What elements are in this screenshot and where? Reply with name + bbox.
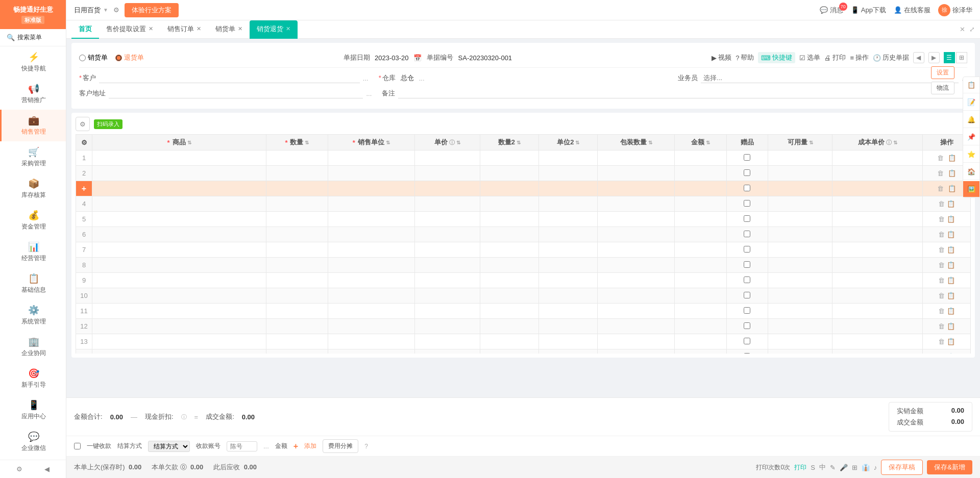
gift-checkbox[interactable]	[744, 292, 750, 298]
copy-icon[interactable]: 📋	[947, 276, 955, 284]
unit2-sort-icon[interactable]: ⇅	[575, 140, 579, 145]
gift-checkbox[interactable]	[744, 215, 750, 222]
qty2-sort-icon[interactable]: ⇅	[517, 140, 521, 145]
prev-record-btn[interactable]: ◀	[913, 52, 924, 63]
tab-expand-icon[interactable]: ⤢	[969, 26, 975, 33]
rfp-btn-6[interactable]: 🏠	[963, 164, 979, 180]
delete-icon[interactable]: 🗑	[938, 322, 945, 330]
add-payment-label[interactable]: 添加	[304, 442, 316, 450]
gift-checkbox[interactable]	[744, 154, 750, 161]
copy-icon[interactable]: 📋	[947, 338, 955, 345]
gift-checkbox[interactable]	[744, 276, 750, 283]
gift-checkbox-active[interactable]	[744, 185, 750, 191]
tab-close-icon[interactable]: ✕	[238, 26, 242, 32]
delete-icon[interactable]: 🗑	[938, 292, 945, 299]
select-tool[interactable]: ☑ 选单	[799, 53, 820, 62]
available-sort-icon[interactable]: ⇅	[809, 140, 813, 145]
rfp-btn-3[interactable]: 🔔	[963, 112, 979, 128]
gift-checkbox[interactable]	[744, 261, 750, 268]
sidebar-settings-icon[interactable]: ⚙	[16, 465, 22, 473]
available-cell[interactable]	[768, 150, 832, 166]
product-sort-icon[interactable]: ⇅	[187, 140, 191, 145]
pack-cell[interactable]	[598, 150, 675, 166]
cost-sort-icon[interactable]: ⇅	[893, 140, 897, 145]
cost-info-icon[interactable]: ⓘ	[886, 139, 892, 146]
copy-icon[interactable]: 📋	[947, 200, 955, 208]
qty2-cell[interactable]	[480, 150, 538, 166]
tab-home[interactable]: 首页	[71, 20, 99, 39]
sidebar-item-finance[interactable]: 💰 资金管理	[0, 205, 66, 236]
delete-icon[interactable]: 🗑	[937, 169, 944, 177]
rfp-btn-7[interactable]: 🖼️	[963, 181, 979, 197]
user-section[interactable]: 徐 徐泽华	[938, 4, 972, 16]
form-settings-btn[interactable]: 设置	[931, 66, 954, 79]
copy-icon[interactable]: 📋	[948, 154, 956, 162]
delete-icon[interactable]: 🗑	[938, 200, 945, 208]
copy-icon[interactable]: 📋	[947, 307, 955, 315]
message-section[interactable]: 💬 70 消息	[820, 6, 843, 15]
radio-return-input[interactable]	[115, 55, 122, 61]
unit-cell[interactable]	[328, 150, 414, 166]
sidebar-item-app-center[interactable]: 📱 应用中心	[0, 394, 66, 426]
sidebar-item-basic-info[interactable]: 📋 基础信息	[0, 268, 66, 299]
trial-btn[interactable]: 体验行业方案	[125, 3, 179, 17]
product-input-active[interactable]	[95, 185, 263, 192]
radio-return[interactable]: 退货单	[115, 53, 144, 62]
sidebar-item-beginner[interactable]: 🎯 新手引导	[0, 363, 66, 394]
daily-selector[interactable]: 日用百货 ▼	[74, 6, 108, 15]
video-tool[interactable]: ▶ 视频	[712, 53, 731, 62]
one-click-pay-checkbox[interactable]	[74, 443, 81, 449]
customer-input[interactable]	[99, 73, 360, 83]
gift-checkbox[interactable]	[744, 338, 750, 344]
cost-cell[interactable]	[832, 150, 923, 166]
tab-close-icon[interactable]: ✕	[197, 26, 201, 32]
product-cell[interactable]	[92, 150, 266, 166]
gift-checkbox[interactable]	[744, 322, 750, 329]
sidebar-item-sales-mgmt[interactable]: 💼 销售管理	[0, 110, 66, 141]
settlement-select[interactable]: 结算方式	[148, 441, 190, 452]
sidebar-search[interactable]: 🔍 搜索菜单	[0, 29, 66, 46]
table-settings-btn[interactable]: ⚙	[76, 117, 90, 131]
qty-cell[interactable]	[266, 150, 328, 166]
help-tool[interactable]: ? 帮助	[736, 53, 754, 62]
shortcut-tool[interactable]: ⌨ 快捷键	[758, 52, 795, 63]
tab-close-icon[interactable]: ✕	[286, 26, 290, 32]
unit2-cell[interactable]	[539, 150, 598, 166]
tab-close-all-icon[interactable]: ✕	[960, 26, 965, 33]
sidebar-item-quick-nav[interactable]: ⚡ 快捷导航	[0, 46, 66, 78]
gift-checkbox[interactable]	[744, 231, 750, 237]
unit-price-info-icon[interactable]: ⓘ	[449, 139, 455, 146]
copy-icon[interactable]: 📋	[947, 292, 955, 299]
pack-sort-icon[interactable]: ⇅	[648, 140, 652, 145]
save-draft-btn[interactable]: 保存草稿	[881, 460, 923, 475]
account-dots[interactable]: ...	[263, 442, 269, 450]
delete-icon[interactable]: 🗑	[938, 353, 945, 354]
tab-sale-order[interactable]: 销售订单 ✕	[160, 20, 208, 39]
sidebar-item-enterprise-wechat[interactable]: 💬 企业微信	[0, 426, 66, 458]
sidebar-item-marketing[interactable]: 📢 营销推广	[0, 78, 66, 110]
radio-sale-input[interactable]	[79, 55, 86, 61]
delete-icon[interactable]: 🗑	[937, 154, 944, 162]
delete-icon[interactable]: 🗑	[938, 246, 945, 254]
customer-dots[interactable]: ...	[363, 74, 369, 82]
tab-close-icon[interactable]: ✕	[149, 26, 153, 32]
copy-icon[interactable]: 📋	[947, 215, 955, 223]
copy-icon[interactable]: 📋	[947, 231, 955, 238]
table-view-btn[interactable]: ☰	[944, 52, 955, 63]
logistics-btn[interactable]: 物流	[931, 82, 954, 94]
fee-help-icon[interactable]: ?	[364, 443, 368, 450]
delete-icon[interactable]: 🗑	[937, 185, 944, 192]
cash-discount-info[interactable]: ⓘ	[181, 413, 187, 421]
fee-split-btn[interactable]: 费用分摊	[323, 439, 358, 453]
print-btn[interactable]: 打印	[794, 463, 806, 472]
gift-checkbox[interactable]	[744, 246, 750, 253]
qty-sort-icon[interactable]: ⇅	[305, 140, 309, 145]
delete-icon[interactable]: 🗑	[938, 261, 945, 269]
gift-checkbox[interactable]	[744, 353, 750, 354]
account-input[interactable]	[227, 441, 257, 451]
app-download-section[interactable]: 📱 App下载	[851, 6, 886, 15]
price-cell[interactable]	[414, 150, 480, 166]
topbar-settings-icon[interactable]: ⚙	[113, 6, 119, 14]
copy-icon[interactable]: 📋	[947, 353, 955, 354]
salesperson-input[interactable]	[701, 73, 959, 83]
